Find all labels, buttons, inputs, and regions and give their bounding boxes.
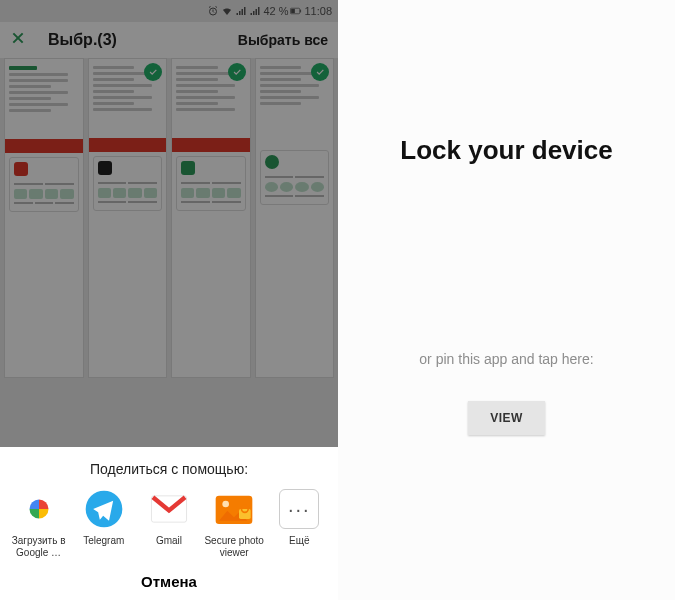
share-app-google-photos[interactable]: Загрузить в Google … xyxy=(9,489,69,559)
pin-instruction-text: or pin this app and tap here: xyxy=(419,351,593,367)
share-sheet-title: Поделиться с помощью: xyxy=(0,461,338,477)
share-app-secure-viewer[interactable]: Secure photo viewer xyxy=(204,489,264,559)
share-app-label: Ещё xyxy=(289,535,309,559)
svg-point-7 xyxy=(222,501,229,508)
share-app-gmail[interactable]: Gmail xyxy=(139,489,199,559)
view-button[interactable]: VIEW xyxy=(468,401,545,435)
telegram-icon xyxy=(84,489,124,529)
share-sheet: Поделиться с помощью: Загрузить в Google… xyxy=(0,447,338,600)
svg-rect-8 xyxy=(239,509,251,519)
share-app-label: Telegram xyxy=(83,535,124,559)
cancel-button[interactable]: Отмена xyxy=(0,573,338,590)
share-app-label: Secure photo viewer xyxy=(204,535,264,559)
share-apps-row: Загрузить в Google … Telegram Gmail Secu… xyxy=(0,489,338,559)
google-photos-icon xyxy=(19,489,59,529)
gmail-icon xyxy=(149,489,189,529)
phone-right-screen: Lock your device or pin this app and tap… xyxy=(338,0,675,600)
share-app-label: Gmail xyxy=(156,535,182,559)
share-app-label: Загрузить в Google … xyxy=(9,535,69,559)
phone-left-screen: 42 % 11:08 Выбр.(3) Выбрать все xyxy=(0,0,338,600)
share-app-more[interactable]: ··· Ещё xyxy=(269,489,329,559)
lock-title: Lock your device xyxy=(400,135,612,166)
share-app-telegram[interactable]: Telegram xyxy=(74,489,134,559)
more-icon: ··· xyxy=(279,489,319,529)
secure-photo-icon xyxy=(214,489,254,529)
